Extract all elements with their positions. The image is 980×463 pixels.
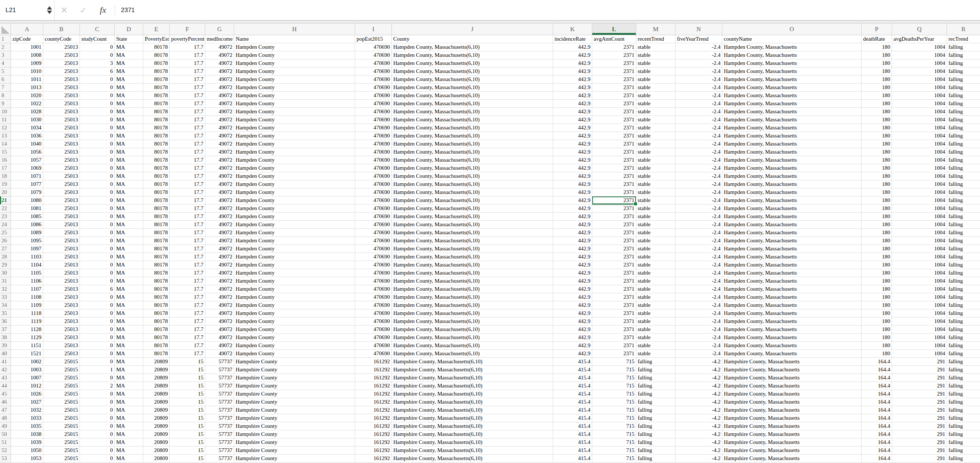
cell-K9[interactable]: 442.9 bbox=[553, 100, 592, 108]
cell-J24[interactable]: Hampden County, Massachusetts(6,10) bbox=[392, 221, 553, 229]
cell-P14[interactable]: 180 bbox=[862, 140, 892, 148]
cell-A20[interactable]: 1079 bbox=[11, 188, 43, 196]
cell-Q28[interactable]: 1004 bbox=[892, 253, 947, 261]
cell-G19[interactable]: 49072 bbox=[205, 180, 234, 188]
row-header-28[interactable]: 28 bbox=[0, 253, 11, 261]
row-header-13[interactable]: 13 bbox=[0, 132, 11, 140]
cell-G33[interactable]: 49072 bbox=[205, 293, 234, 301]
cell-F46[interactable]: 15 bbox=[170, 398, 205, 406]
cell-J16[interactable]: Hampden County, Massachusetts(6,10) bbox=[392, 156, 553, 164]
cell-P46[interactable]: 164.4 bbox=[862, 398, 892, 406]
cell-P7[interactable]: 180 bbox=[862, 84, 892, 92]
row-header-27[interactable]: 27 bbox=[0, 245, 11, 253]
cell-D36[interactable]: MA bbox=[115, 317, 143, 326]
cell-D43[interactable]: MA bbox=[115, 374, 143, 382]
cell-Q15[interactable]: 1004 bbox=[892, 148, 947, 156]
cell-G2[interactable]: 49072 bbox=[205, 43, 234, 51]
cell-M19[interactable]: stable bbox=[636, 180, 675, 188]
cell-O43[interactable]: Hampshire County, Massachusetts bbox=[722, 374, 862, 382]
cell-O8[interactable]: Hampden County, Massachusetts bbox=[722, 92, 862, 100]
cell-O15[interactable]: Hampden County, Massachusetts bbox=[722, 148, 862, 156]
cell-E22[interactable]: 80178 bbox=[143, 205, 170, 213]
cell-C11[interactable]: 0 bbox=[80, 116, 115, 124]
cell-J26[interactable]: Hampden County, Massachusetts(6,10) bbox=[392, 237, 553, 245]
cell-G15[interactable]: 49072 bbox=[205, 148, 234, 156]
cell-Q50[interactable]: 291 bbox=[892, 430, 947, 438]
cell-K37[interactable]: 442.9 bbox=[553, 326, 592, 334]
cell-F2[interactable]: 17.7 bbox=[170, 43, 205, 51]
cell-J45[interactable]: Hampshire County, Massachusetts(6,10) bbox=[392, 390, 553, 398]
cell-L13[interactable]: 2371 bbox=[592, 132, 636, 140]
cell-B22[interactable]: 25013 bbox=[43, 205, 80, 213]
cell-C20[interactable]: 0 bbox=[80, 188, 115, 196]
cell-D46[interactable]: MA bbox=[115, 398, 143, 406]
cell-B5[interactable]: 25013 bbox=[43, 67, 80, 75]
cell-P30[interactable]: 180 bbox=[862, 269, 892, 277]
cell-J44[interactable]: Hampshire County, Massachusetts(6,10) bbox=[392, 382, 553, 390]
cell-I17[interactable]: 470690 bbox=[355, 164, 392, 172]
cell-N5[interactable]: -2.4 bbox=[675, 67, 722, 75]
cell-I35[interactable]: 470690 bbox=[355, 309, 392, 317]
cell-R52[interactable]: falling bbox=[947, 447, 980, 455]
cell-N4[interactable]: -2.4 bbox=[675, 59, 722, 67]
row-header-39[interactable]: 39 bbox=[0, 342, 11, 350]
cell-C30[interactable]: 0 bbox=[80, 269, 115, 277]
cell-N36[interactable]: -2.4 bbox=[675, 317, 722, 326]
cell-I41[interactable]: 161292 bbox=[355, 358, 392, 366]
cell-F20[interactable]: 17.7 bbox=[170, 188, 205, 196]
cell-J53[interactable]: Hampshire County, Massachusetts(6,10) bbox=[392, 455, 553, 463]
cell-D47[interactable]: MA bbox=[115, 406, 143, 414]
cell-O46[interactable]: Hampshire County, Massachusetts bbox=[722, 398, 862, 406]
cell-F52[interactable]: 15 bbox=[170, 447, 205, 455]
cell-A45[interactable]: 1026 bbox=[11, 390, 43, 398]
col-header-K[interactable]: K bbox=[553, 24, 592, 35]
cell-R26[interactable]: falling bbox=[947, 237, 980, 245]
cell-H16[interactable]: Hampden County bbox=[234, 156, 355, 164]
cell-L22[interactable]: 2371 bbox=[592, 205, 636, 213]
cell-G12[interactable]: 49072 bbox=[205, 124, 234, 132]
cell-F40[interactable]: 17.7 bbox=[170, 350, 205, 358]
cell-E31[interactable]: 80178 bbox=[143, 277, 170, 285]
cell-O45[interactable]: Hampshire County, Massachusetts bbox=[722, 390, 862, 398]
cell-J5[interactable]: Hampden County, Massachusetts(6,10) bbox=[392, 67, 553, 75]
cell-F6[interactable]: 17.7 bbox=[170, 75, 205, 84]
cell-D42[interactable]: MA bbox=[115, 366, 143, 374]
cell-R40[interactable]: falling bbox=[947, 350, 980, 358]
cell-E49[interactable]: 20809 bbox=[143, 422, 170, 430]
cell-C46[interactable]: 0 bbox=[80, 398, 115, 406]
row-header-26[interactable]: 26 bbox=[0, 237, 11, 245]
cell-K6[interactable]: 442.9 bbox=[553, 75, 592, 84]
cell-K35[interactable]: 442.9 bbox=[553, 309, 592, 317]
cell-M40[interactable]: stable bbox=[636, 350, 675, 358]
cell-N16[interactable]: -2.4 bbox=[675, 156, 722, 164]
cell-M5[interactable]: stable bbox=[636, 67, 675, 75]
cell-M46[interactable]: falling bbox=[636, 398, 675, 406]
cell-D27[interactable]: MA bbox=[115, 245, 143, 253]
cell-D14[interactable]: MA bbox=[115, 140, 143, 148]
cell-L51[interactable]: 715 bbox=[592, 438, 636, 447]
cell-G51[interactable]: 57737 bbox=[205, 438, 234, 447]
cell-F14[interactable]: 17.7 bbox=[170, 140, 205, 148]
cell-D1[interactable]: State bbox=[115, 35, 143, 43]
cell-C24[interactable]: 0 bbox=[80, 221, 115, 229]
cell-I46[interactable]: 161292 bbox=[355, 398, 392, 406]
cell-I25[interactable]: 470690 bbox=[355, 229, 392, 237]
cell-I4[interactable]: 470690 bbox=[355, 59, 392, 67]
cell-L2[interactable]: 2371 bbox=[592, 43, 636, 51]
cell-F41[interactable]: 15 bbox=[170, 358, 205, 366]
cell-L43[interactable]: 715 bbox=[592, 374, 636, 382]
cell-A14[interactable]: 1040 bbox=[11, 140, 43, 148]
cell-E13[interactable]: 80178 bbox=[143, 132, 170, 140]
cell-G28[interactable]: 49072 bbox=[205, 253, 234, 261]
cell-K23[interactable]: 442.9 bbox=[553, 213, 592, 221]
cell-A33[interactable]: 1108 bbox=[11, 293, 43, 301]
cell-R47[interactable]: falling bbox=[947, 406, 980, 414]
cell-R35[interactable]: falling bbox=[947, 309, 980, 317]
cell-P53[interactable]: 164.4 bbox=[862, 455, 892, 463]
cell-N23[interactable]: -2.4 bbox=[675, 213, 722, 221]
cell-K4[interactable]: 442.9 bbox=[553, 59, 592, 67]
cell-K39[interactable]: 442.9 bbox=[553, 342, 592, 350]
cell-E30[interactable]: 80178 bbox=[143, 269, 170, 277]
cell-L27[interactable]: 2371 bbox=[592, 245, 636, 253]
cell-B10[interactable]: 25013 bbox=[43, 108, 80, 116]
